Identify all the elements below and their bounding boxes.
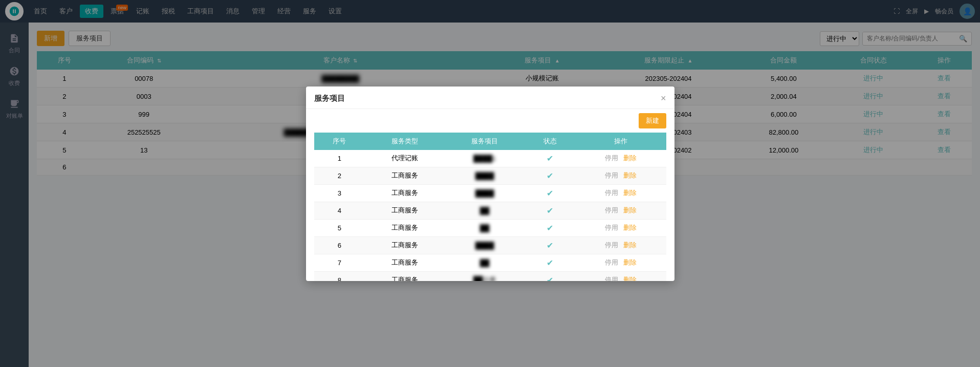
modal-cell-type: 工商服务: [365, 271, 445, 281]
modal-cell-seq: 6: [314, 236, 365, 254]
modal-cell-seq: 4: [314, 202, 365, 219]
modal-table-row: 7 工商服务 ██ ✔ 停用 删除: [314, 254, 666, 271]
status-check-icon: ✔: [547, 224, 553, 232]
modal-table-row: 4 工商服务 ██ ✔ 停用 删除: [314, 202, 666, 219]
modal-new-button[interactable]: 新建: [639, 113, 666, 128]
modal-cell-type: 工商服务: [365, 184, 445, 202]
modal-cell-item: ████: [445, 184, 525, 202]
stop-button[interactable]: 停用: [605, 154, 618, 162]
modal-cell-status: ✔: [525, 254, 576, 271]
modal-cell-action: 停用 删除: [576, 219, 666, 236]
delete-button[interactable]: 删除: [623, 171, 637, 179]
status-check-icon: ✔: [547, 189, 553, 198]
modal-cell-item: ████1: [445, 150, 525, 167]
delete-button[interactable]: 删除: [623, 258, 637, 266]
modal-cell-action: 停用 删除: [576, 271, 666, 281]
modal-cell-status: ✔: [525, 202, 576, 219]
modal-table-row: 6 工商服务 ████ ✔ 停用 删除: [314, 236, 666, 254]
modal-cell-status: ✔: [525, 150, 576, 167]
modal-table-row: 3 工商服务 ████ ✔ 停用 删除: [314, 184, 666, 202]
modal-cell-action: 停用 删除: [576, 167, 666, 184]
modal-header: 服务项目 ×: [306, 87, 674, 109]
modal-cell-status: ✔: [525, 271, 576, 281]
delete-button[interactable]: 删除: [623, 276, 637, 281]
stop-button[interactable]: 停用: [605, 224, 618, 231]
status-check-icon: ✔: [547, 258, 553, 267]
modal-cell-seq: 7: [314, 254, 365, 271]
modal-table-row: 1 代理记账 ████1 ✔ 停用 删除: [314, 150, 666, 167]
modal-cell-seq: 2: [314, 167, 365, 184]
delete-button[interactable]: 删除: [623, 241, 637, 249]
modal-cell-action: 停用 删除: [576, 202, 666, 219]
status-check-icon: ✔: [547, 241, 553, 250]
modal-table-row: 2 工商服务 ████ ✔ 停用 删除: [314, 167, 666, 184]
stop-button[interactable]: 停用: [605, 258, 618, 266]
stop-button[interactable]: 停用: [605, 171, 618, 179]
modal-cell-item: ██: [445, 202, 525, 219]
modal-col-type: 服务类型: [365, 133, 445, 150]
modal-cell-seq: 8: [314, 271, 365, 281]
modal-cell-type: 工商服务: [365, 254, 445, 271]
modal-cell-status: ✔: [525, 219, 576, 236]
modal-col-item: 服务项目: [445, 133, 525, 150]
modal-cell-type: 工商服务: [365, 236, 445, 254]
modal-table-row: 8 工商服务 ██注册 ✔ 停用 删除: [314, 271, 666, 281]
modal-close-button[interactable]: ×: [661, 94, 666, 103]
modal-table-row: 5 工商服务 ██ ✔ 停用 删除: [314, 219, 666, 236]
modal-cell-item: ██: [445, 254, 525, 271]
modal-cell-seq: 3: [314, 184, 365, 202]
status-check-icon: ✔: [547, 206, 553, 215]
modal-cell-type: 代理记账: [365, 150, 445, 167]
delete-button[interactable]: 删除: [623, 189, 637, 197]
status-check-icon: ✔: [547, 276, 553, 281]
modal-cell-seq: 5: [314, 219, 365, 236]
stop-button[interactable]: 停用: [605, 276, 618, 281]
modal-overlay[interactable]: 服务项目 × 新建 序号 服务类型 服务项目 状态 操作: [0, 0, 980, 367]
modal-cell-item: ████: [445, 167, 525, 184]
status-check-icon: ✔: [547, 154, 553, 163]
modal-cell-action: 停用 删除: [576, 150, 666, 167]
modal-cell-item: ██: [445, 219, 525, 236]
modal-cell-seq: 1: [314, 150, 365, 167]
modal-cell-status: ✔: [525, 167, 576, 184]
modal-cell-type: 工商服务: [365, 202, 445, 219]
modal-toolbar: 新建: [306, 109, 674, 133]
modal-title: 服务项目: [314, 94, 345, 103]
modal-table-wrap[interactable]: 序号 服务类型 服务项目 状态 操作 1 代理记账 ████1 ✔ 停用 删除 …: [306, 133, 674, 281]
status-check-icon: ✔: [547, 171, 553, 180]
modal-col-action: 操作: [576, 133, 666, 150]
modal-cell-item: ████: [445, 236, 525, 254]
service-table: 序号 服务类型 服务项目 状态 操作 1 代理记账 ████1 ✔ 停用 删除 …: [314, 133, 666, 281]
modal-cell-type: 工商服务: [365, 167, 445, 184]
modal-cell-action: 停用 删除: [576, 236, 666, 254]
modal-cell-status: ✔: [525, 236, 576, 254]
service-modal: 服务项目 × 新建 序号 服务类型 服务项目 状态 操作: [306, 87, 674, 281]
stop-button[interactable]: 停用: [605, 241, 618, 249]
modal-cell-type: 工商服务: [365, 219, 445, 236]
modal-col-status: 状态: [525, 133, 576, 150]
stop-button[interactable]: 停用: [605, 189, 618, 197]
delete-button[interactable]: 删除: [623, 224, 637, 231]
stop-button[interactable]: 停用: [605, 206, 618, 214]
modal-cell-action: 停用 删除: [576, 184, 666, 202]
modal-cell-action: 停用 删除: [576, 254, 666, 271]
delete-button[interactable]: 删除: [623, 206, 637, 214]
modal-col-seq: 序号: [314, 133, 365, 150]
modal-cell-status: ✔: [525, 184, 576, 202]
modal-body: 新建 序号 服务类型 服务项目 状态 操作 1 代理记账 ████1: [306, 109, 674, 281]
delete-button[interactable]: 删除: [623, 154, 637, 162]
modal-cell-item: ██注册: [445, 271, 525, 281]
